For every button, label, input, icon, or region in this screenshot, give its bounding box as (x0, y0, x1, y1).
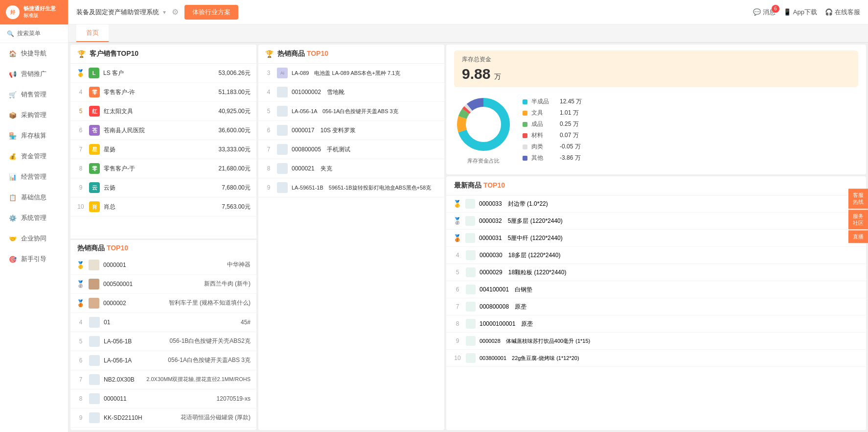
hot-products-sub-header: 热销商品 TOP10 (70, 239, 256, 256)
list-item: 7 000800008 原垄 (446, 298, 866, 315)
product-code: KK-SD22110H (104, 414, 177, 421)
product-image (89, 317, 100, 328)
sidebar-item-label: 系统管理 (21, 214, 46, 222)
product-info: 10000100001 原垄 (480, 320, 533, 328)
headset-icon: 🎧 (825, 8, 833, 16)
rank-number: 5 (76, 108, 85, 115)
list-item: 8 0000011 12070519-xs (70, 389, 256, 408)
tab-home[interactable]: 首页 (76, 24, 109, 42)
customer-badge: 云 (89, 182, 100, 193)
product-image: Ai (277, 68, 288, 78)
list-item: 9 LA-59651-1B 59651-1B旋转投影灯电池盒ABS黑色+58克 (258, 178, 444, 197)
list-item: 4 001000002 雪地靴 (258, 83, 444, 102)
sidebar-item-sales[interactable]: 🛒 销售管理 (0, 84, 68, 105)
legend-color-dot (523, 156, 527, 161)
search-menu[interactable]: 🔍 搜索菜单 (0, 24, 68, 43)
hot-sales-header: 🏆 热销商品 TOP10 (258, 45, 444, 64)
online-service-label: 在线客服 (835, 8, 860, 17)
service-community-btn[interactable]: 服务社区 (848, 210, 868, 230)
product-info: 0000033 封边带 (1.0*22) (479, 200, 548, 208)
legend-value: 0.25 万 (560, 120, 579, 128)
product-info: 000800008 原垄 (480, 303, 526, 311)
list-item: 6 0000017 10S 变料罗浆 (258, 121, 444, 140)
customer-amount: 33,333.00元 (219, 145, 251, 154)
list-item: 🥉 0000031 5厘中纤 (1220*2440) (446, 230, 866, 247)
sidebar-item-system[interactable]: ⚙️ 系统管理 (0, 208, 68, 228)
trial-button[interactable]: 体验行业方案 (184, 5, 238, 20)
list-item: 🥇 0000001 中华神器 (70, 256, 256, 275)
product-code: 000500001 (103, 281, 200, 288)
rank-number: 9 (76, 414, 85, 421)
online-service-button[interactable]: 🎧 在线客服 (825, 8, 860, 17)
customer-amount: 7,680.00元 (222, 184, 251, 192)
sidebar-item-collab[interactable]: 🤝 企业协同 (0, 228, 68, 249)
sidebar-item-purchase[interactable]: 📦 采购管理 (0, 105, 68, 125)
sidebar-item-guide[interactable]: 🎯 新手引导 (0, 249, 68, 269)
sidebar-item-basic-info[interactable]: 📋 基础信息 (0, 187, 68, 208)
app-download-button[interactable]: 📱 App下载 (783, 8, 817, 17)
sidebar-item-label: 资金管理 (21, 152, 46, 161)
chevron-down-icon[interactable]: ▾ (163, 9, 166, 16)
product-image (277, 182, 288, 193)
message-icon: 💬 (753, 8, 761, 16)
rank-number: 9 (453, 337, 462, 344)
live-btn[interactable]: 直播 (848, 230, 868, 243)
list-item: 4 01 45# (70, 313, 256, 332)
sidebar-item-inventory[interactable]: 🏪 库存核算 (0, 125, 68, 146)
sidebar-item-label: 经营管理 (21, 172, 46, 181)
inventory-label: 库存总资金 (462, 55, 850, 64)
message-button[interactable]: 💬 消息 6 (753, 8, 776, 17)
customer-badge: L (89, 68, 99, 78)
legend-value: 0.07 万 (560, 131, 579, 140)
legend-value: -3.86 万 (560, 154, 581, 162)
customer-name: 肖总 (104, 203, 218, 211)
legend-value: 1.01 万 (560, 109, 579, 117)
silver-medal-icon: 🥈 (76, 280, 85, 288)
rank-number: 10 (76, 203, 85, 210)
product-info: 0000017 10S 变料罗浆 (292, 126, 438, 135)
inventory-amount: 9.88 (462, 66, 490, 82)
rank-number: 8 (264, 165, 273, 172)
content-area: 🏆 客户销售TOP10 🥇 L LS 客户 53,006.26元 4 零 零售客… (69, 43, 868, 432)
product-info: 0000030 18多层 (1220*2440) (480, 251, 560, 260)
customer-badge: 肖 (89, 201, 100, 212)
rank-number: 8 (453, 320, 462, 327)
rank-number: 4 (76, 319, 85, 326)
customer-name: LS 客户 (103, 69, 215, 77)
sidebar-item-label: 营销推广 (21, 70, 46, 78)
product-info: 0000028 体碱蒸枝味苏打饮品400毫升 (1*15) (480, 337, 590, 345)
sidebar-item-label: 新手引导 (21, 255, 46, 264)
newest-top10-panel: 最新商品 TOP10 🥇 0000033 封边带 (1.0*22) 🥈 0000… (446, 176, 866, 430)
sidebar-item-marketing[interactable]: 📢 营销推广 (0, 64, 68, 84)
donut-chart-container: 库存资金占比 (454, 95, 513, 165)
sidebar-item-operations[interactable]: 📊 经营管理 (0, 167, 68, 187)
header-title: 装备及固定资产辅助管理系统 ▾ (76, 8, 166, 17)
product-info: 0000021 夹克 (292, 165, 438, 173)
rank-number: 4 (453, 252, 462, 259)
product-icon (465, 199, 475, 209)
legend-name: 半成品 (531, 97, 556, 106)
table-row: 9 云 云扬 7,680.00元 (70, 178, 256, 197)
rank-number: 10 (453, 355, 462, 361)
list-item: 9 0000028 体碱蒸枝味苏打饮品400毫升 (1*15) (446, 333, 866, 350)
legend-color-dot (523, 122, 527, 127)
customer-service-btn[interactable]: 客服热线 (848, 189, 868, 209)
customer-badge: 红 (89, 106, 100, 117)
product-name: 中华神器 (227, 261, 251, 269)
customer-name: 红太阳文具 (104, 107, 215, 116)
settings-icon[interactable]: ⚙ (172, 7, 179, 17)
legend-color-dot (523, 111, 527, 116)
product-icon (465, 233, 475, 243)
list-item: 5 LA-056-1A 056-1A白色按键开关盖ABS 3克 (258, 102, 444, 121)
list-item: 🥇 0000033 封边带 (1.0*22) (446, 195, 866, 213)
hot-products-list: 🥇 0000001 中华神器 🥈 000500001 新西兰牛肉 (新牛) 🥉 … (70, 256, 256, 431)
customer-amount: 40,925.00元 (219, 107, 251, 116)
product-name: 12070519-xs (217, 395, 251, 402)
product-info: 001000002 雪地靴 (292, 88, 438, 96)
customer-badge: 星 (89, 144, 100, 155)
customer-amount: 21,680.00元 (219, 165, 251, 173)
product-image (277, 163, 288, 174)
sidebar-item-finance[interactable]: 💰 资金管理 (0, 146, 68, 167)
operations-icon: 📊 (8, 172, 17, 181)
sidebar-item-quicknav[interactable]: 🏠 快捷导航 (0, 43, 68, 64)
